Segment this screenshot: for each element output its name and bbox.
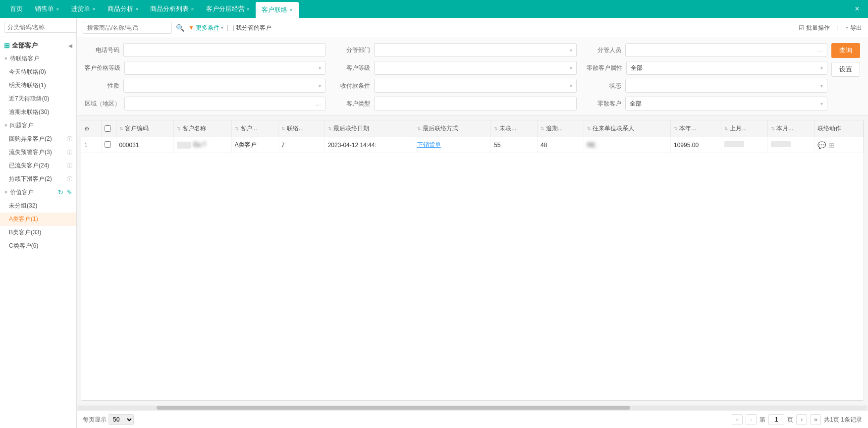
page-number-input[interactable] [768,414,784,425]
nav-product-analysis-list[interactable]: 商品分析列表 × [144,0,200,18]
dots-region[interactable]: … [315,100,321,107]
cell-checkbox[interactable] [101,137,116,153]
batch-operation-button[interactable]: ☑ 批量操作 [799,24,830,32]
sidebar-item-declining[interactable]: 持续下滑客户(2) ⓘ [0,172,76,186]
cell-no-contact: 55 [491,137,538,153]
dots-manager[interactable]: … [817,47,823,54]
nav-close-product-analysis-list[interactable]: × [191,6,194,12]
advanced-filter: 电话号码 分管部门 ▾ 分管人员 [77,38,868,116]
sidebar-item-tomorrow-pending[interactable]: 明天待联络(1) [0,79,76,92]
edit-value-icon[interactable]: ✎ [67,189,72,196]
nav-close-customer-contact[interactable]: × [289,7,292,13]
contact-method-link[interactable]: 下销货单 [417,141,441,148]
sidebar-item-overdue-contact[interactable]: 逾期未联络(30) [0,106,76,119]
input-phone[interactable] [123,43,326,57]
sidebar-item-c-class[interactable]: C类客户(6) [0,239,76,253]
select-nature[interactable]: ▾ [123,79,326,93]
select-price-level[interactable]: ▾ [124,61,326,75]
my-customers-checkbox-label[interactable]: 我分管的客户 [227,24,271,32]
row-checkbox[interactable] [105,141,111,148]
chat-action-icon[interactable]: 💬 [817,141,826,149]
nav-close-purchase[interactable]: × [92,6,95,12]
first-page-button[interactable]: « [732,414,743,425]
scrollbar-track [78,406,867,410]
col-header-this-year[interactable]: ⇅ 本年... [671,120,721,137]
nav-product-analysis[interactable]: 商品分析 × [102,0,144,18]
input-region[interactable]: … [124,97,326,110]
nav-sales[interactable]: 销售单 × [29,0,65,18]
col-header-contact[interactable]: ⇅ 联络... [278,120,325,137]
nav-purchase[interactable]: 进货单 × [65,0,101,18]
content-area: 🔍 ▼ 更多条件 ▾ 我分管的客户 ☑ 批量操作 | ↑ 导出 [77,18,868,428]
nav-home[interactable]: 首页 [4,0,29,18]
sidebar-group-problem-customers[interactable]: ▼ 问题客户 [0,119,76,132]
sort-icon-unit: ⇅ [587,126,591,131]
sidebar-search-input[interactable] [4,22,77,33]
sidebar-item-ungrouped[interactable]: 未分组(32) [0,199,76,213]
qr-action-icon[interactable]: ⊞ [829,141,835,149]
col-header-this-month[interactable]: ⇅ 本月... [768,120,814,137]
last-page-button[interactable]: » [810,414,821,425]
info-icon-churned[interactable]: ⓘ [67,162,72,169]
select-retail-attr[interactable]: 全部 ▾ [626,61,827,75]
export-button[interactable]: ↑ 导出 [846,24,863,32]
sidebar-item-today-pending[interactable]: 今天待联络(0) [0,65,76,79]
sort-icon-overdue: ⇅ [541,126,544,131]
query-button[interactable]: 查询 [831,43,860,58]
sidebar-item-7days-pending[interactable]: 近7天待联络(0) [0,92,76,106]
col-header-code[interactable]: ⇅ 客户编码 [116,120,174,137]
prev-page-button[interactable]: ‹ [746,414,757,425]
col-header-category[interactable]: ⇅ 客户... [231,120,278,137]
filter-cell-dept: 分管部门 ▾ [335,43,576,57]
info-icon-declining[interactable]: ⓘ [67,175,72,183]
nav-close-sales[interactable]: × [56,6,59,12]
col-header-name[interactable]: ⇅ 客户名称 [174,120,232,137]
nav-customer-contact[interactable]: 客户联络 × [256,2,298,18]
info-icon-repurchase[interactable]: ⓘ [67,135,72,143]
select-dept[interactable]: ▾ [374,43,576,57]
input-customer-type[interactable] [374,97,576,110]
select-all-checkbox[interactable] [105,125,111,132]
col-header-checkbox[interactable] [101,120,116,137]
setting-button[interactable]: 设置 [831,62,860,77]
gear-icon[interactable]: ⚙ [84,125,90,132]
col-header-no-contact[interactable]: ⇅ 未联... [491,120,538,137]
nav-close-customer-segment[interactable]: × [247,6,250,12]
col-header-last-contact-method[interactable]: ⇅ 最后联络方式 [414,120,491,137]
refresh-value-icon[interactable]: ↻ [58,189,63,196]
select-status[interactable]: ▾ [625,79,827,93]
select-retail[interactable]: 全部 ▾ [625,97,827,110]
col-header-last-month[interactable]: ⇅ 上月... [721,120,768,137]
sidebar-item-churn-warning[interactable]: 流失预警客户(3) ⓘ [0,146,76,159]
cell-last-contact-method: 下销货单 [414,137,491,153]
col-header-gear[interactable]: ⚙ [81,120,101,137]
nav-close-product-analysis[interactable]: × [135,6,138,12]
export-icon: ↑ [846,24,849,32]
sidebar-item-churned[interactable]: 已流失客户(24) ⓘ [0,159,76,172]
col-header-last-contact-date[interactable]: ⇅ 最后联络日期 [325,120,414,137]
next-page-button[interactable]: › [796,414,807,425]
select-payment[interactable]: ▾ [374,79,576,93]
input-manager[interactable]: … [625,43,827,57]
info-icon-churn[interactable]: ⓘ [67,149,72,156]
sidebar-item-a-class[interactable]: A类客户(1) [0,213,76,226]
horizontal-scrollbar[interactable] [77,405,868,411]
col-header-overdue[interactable]: ⇅ 逾期... [538,120,584,137]
scrollbar-thumb[interactable] [157,406,630,410]
main-search-input[interactable] [83,22,172,34]
select-customer-level[interactable]: ▾ [374,61,576,75]
table-header-row: ⚙ ⇅ 客户编码 [81,120,864,137]
col-header-unit-contact[interactable]: ⇅ 往来单位联系人 [584,120,671,137]
sidebar-item-repurchase-abnormal[interactable]: 回购异常客户(2) ⓘ [0,132,76,146]
sidebar-group-value-customers[interactable]: ▼ 价值客户 ↻ ✎ [0,186,76,199]
collapse-sidebar-icon[interactable]: ◀ [68,43,72,49]
sidebar-group-pending-contact[interactable]: ▼ 待联络客户 [0,52,76,65]
main-search-button[interactable]: 🔍 [176,24,184,32]
per-page-dropdown[interactable]: 20 50 100 [108,414,134,425]
sidebar-item-b-class[interactable]: B类客户(33) [0,226,76,239]
nav-customer-segment[interactable]: 客户分层经营 × [200,0,256,18]
my-customers-checkbox[interactable] [227,25,234,31]
filter-row-1: 电话号码 分管部门 ▾ 分管人员 [85,43,827,57]
more-filter-button[interactable]: ▼ 更多条件 ▾ [188,24,223,32]
window-close-button[interactable]: × [850,2,864,16]
